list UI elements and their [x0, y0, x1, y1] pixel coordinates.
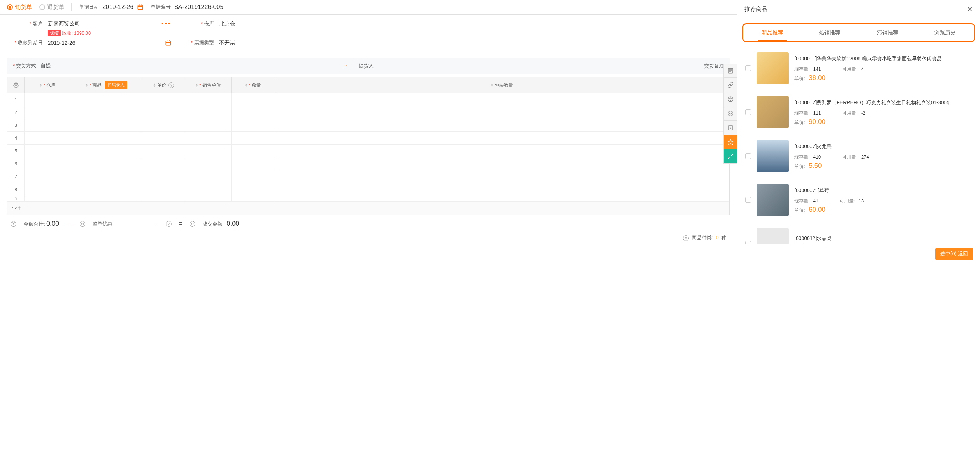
- select-return-button[interactable]: 选中(0) 返回: [935, 248, 973, 260]
- star-icon[interactable]: [724, 135, 737, 149]
- svg-rect-4: [165, 41, 170, 45]
- delivery-method-label: 交货方式: [16, 63, 36, 69]
- gear-column[interactable]: [8, 78, 25, 93]
- table-row[interactable]: 9: [8, 196, 729, 202]
- row-num: 2: [8, 106, 25, 119]
- tab-new[interactable]: 新品推荐: [743, 24, 801, 41]
- footer-totals: ¥ 金额合计:0.00 — ⊘ 整单优惠: ? = ⊙ 成交金额: 0.00: [0, 215, 737, 233]
- subtotal-label: 小计: [8, 205, 25, 212]
- svg-line-18: [731, 154, 733, 156]
- tab-return-label: 退货单: [47, 3, 64, 11]
- table-row[interactable]: 5: [8, 145, 729, 158]
- col-unit[interactable]: ▲▼*销售单位: [185, 78, 232, 93]
- calendar-icon[interactable]: [137, 4, 143, 10]
- collapse-icon[interactable]: [724, 107, 737, 121]
- help-icon[interactable]: ?: [169, 83, 174, 88]
- col-price[interactable]: ▲▼单价?: [142, 78, 185, 93]
- row-num: 3: [8, 119, 25, 131]
- product-item[interactable]: [0000002]费列罗（FERRERO）巧克力礼盒装生日礼物礼盒装01-300…: [742, 90, 975, 134]
- delivery-bar: *交货方式 自提 提货人 交货备注: [7, 58, 730, 73]
- discount-input[interactable]: [121, 223, 157, 224]
- deal-icon: ⊙: [189, 221, 195, 227]
- invoice-type-label: 票据类型: [194, 40, 214, 45]
- picker-label: 提货人: [359, 63, 374, 69]
- table-row[interactable]: 2: [8, 106, 729, 119]
- warehouse-label: 仓库: [204, 21, 214, 26]
- row-num: 8: [8, 183, 25, 196]
- warehouse-value[interactable]: 北京仓: [219, 20, 235, 27]
- row-num: 1: [8, 93, 25, 106]
- tab-sale-label: 销货单: [15, 3, 32, 11]
- table-row[interactable]: 8: [8, 183, 729, 196]
- table-row[interactable]: 1: [8, 93, 729, 106]
- tab-hot[interactable]: 热销推荐: [801, 24, 859, 41]
- recommend-title: 推荐商品: [745, 6, 767, 13]
- deal-label: 成交金额:: [202, 221, 224, 227]
- product-name: [0000012]水晶梨50斤: [794, 235, 972, 244]
- col-warehouse[interactable]: ▲▼*仓库: [25, 78, 71, 93]
- cny-icon[interactable]: ¥: [724, 121, 737, 135]
- tab-history[interactable]: 浏览历史: [916, 24, 974, 41]
- product-checkbox[interactable]: [745, 65, 751, 71]
- radio-icon: [39, 4, 45, 10]
- discount-icon: ⊘: [80, 221, 85, 227]
- table-row[interactable]: 3: [8, 119, 729, 132]
- product-image: [757, 96, 789, 128]
- pay-due-label: 收款到期日: [18, 40, 43, 45]
- close-icon[interactable]: ✕: [967, 5, 973, 14]
- row-num: 4: [8, 132, 25, 144]
- help-icon[interactable]: ?: [166, 221, 172, 227]
- product-types-value: 0: [716, 235, 718, 241]
- customer-value[interactable]: 新盛商贸公司: [48, 20, 80, 27]
- scan-button[interactable]: 扫码录入: [105, 81, 127, 89]
- equals-icon: =: [179, 220, 183, 228]
- table-row[interactable]: 7: [8, 170, 729, 183]
- delivery-method-value[interactable]: 自提: [40, 62, 339, 69]
- customer-label: 客户: [33, 21, 43, 26]
- product-checkbox[interactable]: [745, 153, 751, 159]
- expand-icon[interactable]: [724, 149, 737, 164]
- product-item[interactable]: [00000071]草莓现存量:41可用量:13单价:60.00: [742, 178, 975, 222]
- delivery-remark-label: 交货备注: [704, 63, 724, 69]
- svg-marker-17: [728, 139, 733, 144]
- product-types-label: 商品种类:: [692, 235, 713, 241]
- note-icon[interactable]: [724, 64, 737, 78]
- svg-line-19: [728, 157, 730, 159]
- table-row[interactable]: 4: [8, 132, 729, 145]
- link-icon[interactable]: [724, 78, 737, 92]
- col-pack[interactable]: ▲▼包装数量: [274, 78, 729, 93]
- exchange-icon[interactable]: [724, 92, 737, 107]
- types-icon: ⊕: [683, 235, 689, 241]
- cash-settle-badge: 现结: [48, 30, 60, 37]
- items-table: ▲▼*仓库 ▲▼*商品扫码录入 ▲▼单价? ▲▼*销售单位 ▲▼*数量 ▲▼包装…: [7, 77, 730, 215]
- discount-label: 整单优惠:: [92, 221, 114, 227]
- product-name: [00000071]草莓: [794, 187, 972, 194]
- tab-slow[interactable]: 滞销推荐: [859, 24, 916, 41]
- col-qty[interactable]: ▲▼*数量: [232, 78, 274, 93]
- product-item[interactable]: [0000001]华美华夫软饼1200g 糕点零食小吃手撕面包早餐休闲食品现存量…: [742, 46, 975, 90]
- pay-due-value[interactable]: 2019-12-26: [48, 40, 75, 46]
- tab-return-order[interactable]: 退货单: [39, 3, 64, 11]
- doc-date-value[interactable]: 2019-12-26: [102, 3, 134, 11]
- invoice-type-value[interactable]: 不开票: [219, 39, 235, 46]
- header-bar: 销货单 退货单 单据日期 2019-12-26 单据编号 SA-20191226…: [0, 0, 737, 14]
- product-item[interactable]: [0000012]水晶梨50斤: [742, 222, 975, 244]
- product-item[interactable]: [0000007]火龙果现存量:410可用量:274单价:5.50: [742, 134, 975, 178]
- row-num: 7: [8, 170, 25, 183]
- product-image: [757, 140, 789, 172]
- product-checkbox[interactable]: [745, 241, 751, 244]
- table-row[interactable]: 6: [8, 158, 729, 170]
- chevron-down-icon[interactable]: [344, 63, 348, 69]
- tab-sale-order[interactable]: 销货单: [7, 3, 32, 11]
- side-toolbar: ¥: [724, 64, 737, 164]
- svg-point-8: [15, 84, 17, 86]
- product-checkbox[interactable]: [745, 109, 751, 115]
- row-num: 5: [8, 145, 25, 157]
- calendar-icon[interactable]: [165, 40, 182, 46]
- product-name: [0000001]华美华夫软饼1200g 糕点零食小吃手撕面包早餐休闲食品: [794, 55, 972, 62]
- radio-icon: [7, 4, 13, 10]
- col-product[interactable]: ▲▼*商品扫码录入: [71, 78, 142, 93]
- currency-icon: ¥: [11, 221, 16, 227]
- more-icon[interactable]: •••: [161, 20, 182, 27]
- product-checkbox[interactable]: [745, 197, 751, 203]
